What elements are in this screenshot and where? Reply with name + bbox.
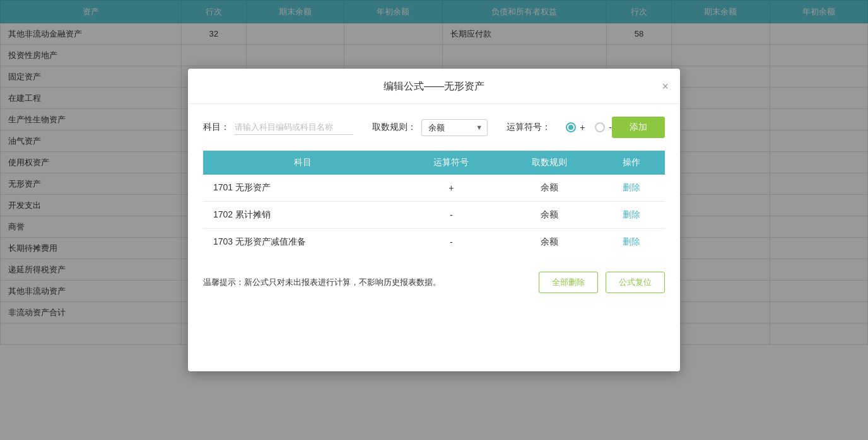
formula-action: 删除 (598, 229, 665, 256)
modal-header: 编辑公式——无形资产 × (188, 69, 680, 104)
edit-formula-modal: 编辑公式——无形资产 × 科目： 取数规则： 余额 借方 贷方 借方发生额 贷方… (188, 69, 680, 371)
modal-footer: 温馨提示：新公式只对未出报表进行计算，不影响历史报表数据。 全部删除 公式复位 (188, 262, 680, 306)
formula-row: 1703 无形资产减值准备 - 余额 删除 (203, 229, 665, 256)
delete-row-link[interactable]: 删除 (623, 182, 640, 192)
formula-operator: - (402, 202, 500, 229)
operator-plus-option[interactable]: + (566, 122, 585, 132)
modal-overlay: 编辑公式——无形资产 × 科目： 取数规则： 余额 借方 贷方 借方发生额 贷方… (0, 0, 868, 440)
modal-title: 编辑公式——无形资产 (384, 80, 484, 93)
formula-row: 1701 无形资产 + 余额 删除 (203, 175, 665, 202)
operator-plus-label: + (580, 122, 585, 132)
formula-action: 删除 (598, 202, 665, 229)
delete-row-link[interactable]: 删除 (623, 209, 640, 219)
formula-rule: 余额 (500, 229, 598, 256)
formula-rule: 余额 (500, 202, 598, 229)
formula-subject: 1702 累计摊销 (203, 202, 402, 229)
delete-all-button[interactable]: 全部删除 (539, 272, 598, 293)
rule-select[interactable]: 余额 借方 贷方 借方发生额 贷方发生额 (421, 119, 488, 136)
subject-input[interactable] (235, 120, 353, 135)
table-header-action: 操作 (598, 151, 665, 175)
table-header-subject: 科目 (203, 151, 402, 175)
footer-buttons: 全部删除 公式复位 (539, 272, 665, 293)
radio-plus-circle (566, 122, 576, 132)
radio-minus-circle (595, 122, 605, 132)
close-button[interactable]: × (662, 81, 669, 92)
formula-subject: 1701 无形资产 (203, 175, 402, 202)
formula-action: 删除 (598, 175, 665, 202)
rule-select-wrapper: 余额 借方 贷方 借方发生额 贷方发生额 ▼ (421, 119, 488, 136)
reset-formula-button[interactable]: 公式复位 (606, 272, 665, 293)
formula-operator: + (402, 175, 500, 202)
formula-table-wrapper: 科目 运算符号 取数规则 操作 1701 无形资产 + 余额 删除 1702 累… (188, 151, 680, 255)
rule-label: 取数规则： (372, 122, 416, 133)
delete-row-link[interactable]: 删除 (623, 236, 640, 246)
add-button[interactable]: 添加 (612, 117, 665, 138)
subject-label: 科目： (203, 122, 230, 133)
formula-subject: 1703 无形资产减值准备 (203, 229, 402, 256)
formula-row: 1702 累计摊销 - 余额 删除 (203, 202, 665, 229)
operator-group: 运算符号： + - (507, 122, 612, 133)
formula-rule: 余额 (500, 175, 598, 202)
operator-minus-option[interactable]: - (595, 122, 612, 132)
rule-section: 取数规则： 余额 借方 贷方 借方发生额 贷方发生额 ▼ (372, 119, 488, 136)
form-row: 科目： 取数规则： 余额 借方 贷方 借方发生额 贷方发生额 ▼ 运算符号： (188, 104, 680, 151)
table-header-rule: 取数规则 (500, 151, 598, 175)
formula-operator: - (402, 229, 500, 256)
formula-table: 科目 运算符号 取数规则 操作 1701 无形资产 + 余额 删除 1702 累… (203, 151, 665, 255)
footer-tip: 温馨提示：新公式只对未出报表进行计算，不影响历史报表数据。 (203, 277, 441, 288)
operator-label: 运算符号： (507, 122, 551, 133)
table-header-operator: 运算符号 (402, 151, 500, 175)
